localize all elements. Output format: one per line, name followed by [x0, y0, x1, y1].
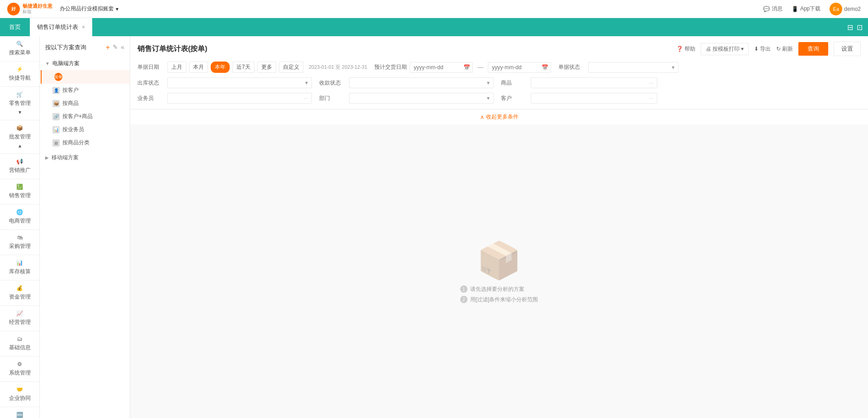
sidebar-item-retail[interactable]: 🛒 零售管理 ▾: [0, 87, 39, 120]
empty-tip-1: 1 请先选择要分析的方案: [460, 285, 538, 293]
page-header: 销售订单统计表(按单) ❓ 帮助 🖨 按模板打印 ▾ ⬇ 导出: [130, 36, 868, 56]
mobile-expand-icon: ▶: [45, 155, 49, 160]
refresh-icon: ↻: [776, 46, 781, 52]
customer-select[interactable]: ···: [531, 93, 657, 104]
goods-filter: 商品 ···: [501, 77, 657, 88]
date-quick-buttons: 上月 本月 本年 近7天 更多 自定义: [167, 62, 303, 73]
retail-icon: 🛒: [16, 91, 23, 98]
sidebar-item-operations[interactable]: 📈 经营管理: [0, 306, 39, 331]
last7-btn[interactable]: 近7天: [232, 62, 255, 73]
logo-icon: 好: [7, 3, 20, 15]
delivery-status-select[interactable]: ▾: [167, 77, 312, 88]
scheme-active-icon: 按单: [54, 73, 62, 81]
tab-sales-order-stats[interactable]: 销售订单统计表 ×: [30, 18, 92, 36]
scheme-item-goods-category[interactable]: ▦ 按商品分类: [40, 136, 130, 149]
delivery-date-filter: 预计交货日期 📅 — 📅: [374, 62, 551, 73]
collapse-bar[interactable]: ∧ 收起更多条件: [130, 109, 868, 124]
customer-filter: 客户 ···: [501, 93, 657, 104]
sidebar-item-quick-nav[interactable]: ⚡ 快捷导航: [0, 62, 39, 87]
order-status-select[interactable]: ▾: [588, 62, 679, 73]
topbar-right: 💬 消息 📱 App下载 Ea demo2: [763, 3, 861, 15]
payment-status-select[interactable]: ▾: [349, 77, 494, 88]
sidebar-item-purchase[interactable]: 🛍 采购管理: [0, 230, 39, 255]
scheme-item-salesperson[interactable]: 📊 按业务员: [40, 123, 130, 136]
department-select[interactable]: ▾: [349, 93, 494, 104]
category-scheme-icon: ▦: [52, 139, 60, 147]
sidebar-item-system[interactable]: ⚙ 系统管理: [0, 356, 39, 382]
sidebar-item-marketing[interactable]: 📢 营销推广: [0, 154, 39, 179]
delivery-status-filter: 出库状态 ▾: [137, 77, 312, 88]
expand-icon: ▼: [45, 61, 50, 66]
finance-icon: 💰: [16, 285, 23, 291]
filter-row-date: 单据日期 上月 本月 本年 近7天 更多 自定义 2023-01-01 至 20…: [137, 62, 861, 73]
maximize-icon[interactable]: ⊡: [857, 23, 863, 32]
export-button[interactable]: ⬇ 导出: [754, 45, 771, 53]
company-selector[interactable]: 办公用品行业模拟账套 ▾: [60, 5, 118, 13]
department-label: 部门: [319, 95, 346, 102]
right-panel: 销售订单统计表(按单) ❓ 帮助 🖨 按模板打印 ▾ ⬇ 导出: [130, 36, 868, 418]
scheme-item-customer[interactable]: 👤 按客户: [40, 84, 130, 97]
query-button[interactable]: 查询: [798, 42, 828, 56]
left-panel-title: 按以下方案查询: [45, 43, 103, 52]
sidebar-item-sales[interactable]: 💹 销售管理: [0, 179, 39, 204]
sidebar-item-ecommerce[interactable]: 🌐 电商管理: [0, 204, 39, 230]
sidebar-item-finance[interactable]: 💰 资金管理: [0, 280, 39, 306]
edit-scheme-icon[interactable]: ✎: [113, 43, 118, 52]
scheme-item-order[interactable]: 按单: [41, 70, 130, 84]
left-panel-actions: + ✎ «: [106, 43, 124, 52]
desktop-schemes-header[interactable]: ▼ 电脑端方案: [40, 57, 130, 70]
avatar: Ea: [830, 3, 842, 15]
add-scheme-icon[interactable]: +: [106, 43, 110, 52]
sidebar-item-search[interactable]: 🔍 搜索菜单: [0, 36, 39, 62]
export-icon: ⬇: [754, 46, 759, 52]
tabbar-right: ⊟ ⊡: [847, 23, 868, 32]
scheme-item-customer-goods[interactable]: 🔗 按客户+商品: [40, 110, 130, 123]
delivery-date-label: 预计交货日期: [374, 63, 407, 71]
customer-dots-icon: ···: [649, 95, 653, 101]
message-button[interactable]: 💬 消息: [763, 5, 783, 13]
app-name: 畅捷通好生意: [23, 3, 52, 9]
filter-row-status: 出库状态 ▾ 收款状态 ▾ 商品: [137, 77, 861, 88]
custom-btn[interactable]: 自定义: [279, 62, 303, 73]
operations-icon: 📈: [16, 310, 23, 317]
help-button[interactable]: ❓ 帮助: [676, 45, 695, 53]
minimize-icon[interactable]: ⊟: [847, 23, 853, 32]
sidebar-item-wholesale[interactable]: 📦 批发管理 ▴: [0, 120, 39, 154]
goods-select[interactable]: ···: [531, 77, 657, 88]
filter-block: 单据日期 上月 本月 本年 近7天 更多 自定义 2023-01-01 至 20…: [130, 56, 868, 109]
print-dropdown-icon: ▾: [741, 46, 744, 52]
this-year-btn[interactable]: 本年: [211, 62, 230, 73]
scheme-item-goods[interactable]: 📦 按商品: [40, 97, 130, 110]
department-dropdown-icon: ▾: [487, 95, 490, 101]
print-button[interactable]: 🖨 按模板打印 ▾: [701, 43, 749, 55]
last-month-btn[interactable]: 上月: [167, 62, 186, 73]
delivery-date-end-input[interactable]: 📅: [488, 62, 551, 73]
tip-num-2: 2: [460, 296, 467, 303]
tab-home[interactable]: 首页: [0, 18, 30, 36]
mobile-schemes-header[interactable]: ▶ 移动端方案: [40, 151, 130, 164]
ecommerce-icon: 🌐: [16, 209, 23, 215]
sidebar-item-inventory[interactable]: 📊 库存核算: [0, 255, 39, 280]
settings-button[interactable]: 设置: [834, 42, 861, 56]
more-btn[interactable]: 更多: [257, 62, 276, 73]
sidebar-item-basic-info[interactable]: 🗂 基础信息: [0, 331, 39, 356]
date-range-text: 2023-01-01 至 2023-12-31: [309, 64, 368, 71]
refresh-button[interactable]: ↻ 刷新: [776, 45, 793, 53]
sidebar-item-guide[interactable]: 🆕 新手引导: [0, 407, 39, 418]
download-icon: 📱: [792, 6, 798, 12]
salesperson-label: 业务员: [137, 95, 165, 102]
order-status-label: 单据状态: [558, 63, 585, 71]
topbar: 好 畅捷通好生意 标版 办公用品行业模拟账套 ▾ 💬 消息 📱 App下载 Ea…: [0, 0, 868, 18]
tab-close-icon[interactable]: ×: [82, 24, 85, 30]
sales-icon: 💹: [16, 184, 23, 190]
user-menu[interactable]: Ea demo2: [830, 3, 861, 15]
delivery-date-start-input[interactable]: 📅: [410, 62, 473, 73]
this-month-btn[interactable]: 本月: [189, 62, 208, 73]
collapse-panel-icon[interactable]: «: [121, 43, 124, 52]
sidebar-item-enterprise[interactable]: 🤝 企业协同: [0, 382, 39, 407]
message-icon: 💬: [763, 6, 770, 12]
salesperson-select[interactable]: ···: [167, 93, 312, 104]
salesperson-scheme-icon: 📊: [52, 126, 60, 133]
basic-info-icon: 🗂: [17, 336, 23, 342]
app-download-button[interactable]: 📱 App下载: [792, 5, 821, 13]
